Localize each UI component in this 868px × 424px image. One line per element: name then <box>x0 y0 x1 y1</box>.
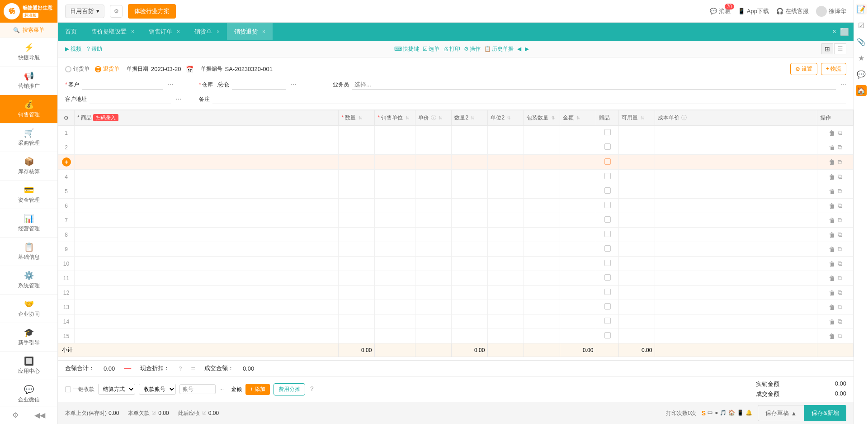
sidebar-settings-btn[interactable]: ⚙ <box>12 411 19 419</box>
gift-checkbox[interactable] <box>604 318 611 324</box>
gift-checkbox[interactable] <box>604 303 611 310</box>
available-cell[interactable] <box>619 199 655 213</box>
pack-qty-cell[interactable] <box>524 140 560 155</box>
copy-icon[interactable]: ⧉ <box>838 129 842 137</box>
quantity-cell[interactable] <box>339 271 375 286</box>
amount-sort-icon[interactable]: ⇅ <box>576 115 580 120</box>
copy-icon[interactable]: ⧉ <box>838 173 842 181</box>
pack-qty-cell[interactable] <box>524 126 560 140</box>
delete-icon[interactable]: 🗑 <box>829 318 835 325</box>
sale-unit-cell[interactable] <box>375 257 415 271</box>
sidebar-item-quick[interactable]: ⚡ 快捷导航 <box>0 38 57 67</box>
sale-unit-cell[interactable] <box>375 300 415 314</box>
operation-link[interactable]: ⚙ 操作 <box>464 45 481 53</box>
cost-price-cell[interactable] <box>655 126 817 140</box>
available-cell[interactable] <box>619 170 655 184</box>
qty2-cell[interactable] <box>452 199 488 213</box>
unit-price-cell[interactable] <box>415 300 452 314</box>
available-cell[interactable] <box>619 213 655 228</box>
copy-icon[interactable]: ⧉ <box>838 274 842 282</box>
available-cell[interactable] <box>619 286 655 300</box>
pack-qty-cell[interactable] <box>524 257 560 271</box>
delete-icon[interactable]: 🗑 <box>829 188 835 195</box>
amount-cell[interactable] <box>560 286 596 300</box>
unit2-cell[interactable] <box>488 213 524 228</box>
right-chat-icon[interactable]: 💬 <box>856 69 867 80</box>
experience-btn[interactable]: 体验行业方案 <box>128 4 176 19</box>
unit-price-cell[interactable] <box>415 228 452 242</box>
delete-icon[interactable]: 🗑 <box>829 158 835 166</box>
tab-close-sale-price[interactable]: × <box>131 29 134 35</box>
qty2-cell[interactable] <box>452 314 488 329</box>
unit-price-cell[interactable] <box>415 314 452 329</box>
available-sort-icon[interactable]: ⇅ <box>641 115 644 120</box>
available-cell[interactable] <box>619 126 655 140</box>
pack-qty-cell[interactable] <box>524 213 560 228</box>
unit-price-cell[interactable] <box>415 329 452 343</box>
delete-icon[interactable]: 🗑 <box>829 275 835 282</box>
sale-unit-cell[interactable] <box>375 213 415 228</box>
add-row-btn[interactable]: + <box>62 157 71 167</box>
pack-qty-cell[interactable] <box>524 155 560 170</box>
prev-btn[interactable]: ◀ <box>517 46 521 52</box>
calendar-icon[interactable]: 📅 <box>186 66 193 73</box>
sale-unit-cell[interactable] <box>375 155 415 170</box>
copy-icon[interactable]: ⧉ <box>838 143 842 151</box>
sale-unit-cell[interactable] <box>375 199 415 213</box>
radio-sale[interactable]: 销货单 <box>65 65 90 73</box>
online-service-btn[interactable]: 🎧 在线客服 <box>776 7 809 15</box>
pack-qty-cell[interactable] <box>524 300 560 314</box>
copy-icon[interactable]: ⧉ <box>838 216 842 224</box>
sidebar-item-system[interactable]: ⚙️ 系统管理 <box>0 266 57 295</box>
tab-sale-shipment[interactable]: 销货单 × <box>187 23 227 40</box>
account-dots[interactable]: ··· <box>219 386 224 392</box>
available-cell[interactable] <box>619 257 655 271</box>
amount-cell[interactable] <box>560 155 596 170</box>
amount-cell[interactable] <box>560 329 596 343</box>
qty2-cell[interactable] <box>452 286 488 300</box>
unit-price-sort-icon[interactable]: ⇅ <box>439 115 442 120</box>
cost-price-cell[interactable] <box>655 184 817 199</box>
quantity-cell[interactable] <box>339 242 375 257</box>
sale-unit-cell[interactable] <box>375 184 415 199</box>
sale-unit-cell[interactable] <box>375 242 415 257</box>
gift-checkbox[interactable] <box>604 187 611 194</box>
qty2-sort-icon[interactable]: ⇅ <box>471 115 474 120</box>
gift-checkbox[interactable] <box>604 202 611 208</box>
unit2-cell[interactable] <box>488 300 524 314</box>
pack-qty-cell[interactable] <box>524 242 560 257</box>
delete-icon[interactable]: 🗑 <box>829 260 835 267</box>
select-link[interactable]: ☑ 选单 <box>423 45 439 53</box>
unit2-cell[interactable] <box>488 199 524 213</box>
product-input[interactable] <box>77 159 335 165</box>
available-cell[interactable] <box>619 314 655 329</box>
unit2-cell[interactable] <box>488 329 524 343</box>
unit2-cell[interactable] <box>488 257 524 271</box>
qty2-cell[interactable] <box>452 213 488 228</box>
cost-price-cell[interactable] <box>655 228 817 242</box>
cost-price-cell[interactable] <box>655 155 817 170</box>
qty2-cell[interactable] <box>452 140 488 155</box>
quantity-cell[interactable] <box>339 257 375 271</box>
amount-cell[interactable] <box>560 184 596 199</box>
gift-checkbox[interactable] <box>604 245 611 252</box>
right-home-icon[interactable]: 🏠 <box>856 85 867 96</box>
account-select[interactable]: 收款账号 <box>139 384 176 395</box>
unit-price-cell[interactable] <box>415 170 452 184</box>
table-settings-icon[interactable]: ⚙ <box>64 115 69 121</box>
amount-cell[interactable] <box>560 300 596 314</box>
amount-cell[interactable] <box>560 213 596 228</box>
copy-icon[interactable]: ⧉ <box>838 245 842 253</box>
pack-qty-sort-icon[interactable]: ⇅ <box>551 115 555 120</box>
right-star-icon[interactable]: ★ <box>856 52 867 63</box>
sidebar-item-capital[interactable]: 💳 资金管理 <box>0 181 57 209</box>
copy-icon[interactable]: ⧉ <box>838 158 842 166</box>
unit-price-cell[interactable] <box>415 140 452 155</box>
pack-qty-cell[interactable] <box>524 329 560 343</box>
delete-icon[interactable]: 🗑 <box>829 202 835 210</box>
cost-price-cell[interactable] <box>655 314 817 329</box>
unit-price-cell[interactable] <box>415 271 452 286</box>
sale-unit-cell[interactable] <box>375 271 415 286</box>
video-link[interactable]: ▶ 视频 <box>65 45 81 53</box>
copy-icon[interactable]: ⧉ <box>838 187 842 195</box>
